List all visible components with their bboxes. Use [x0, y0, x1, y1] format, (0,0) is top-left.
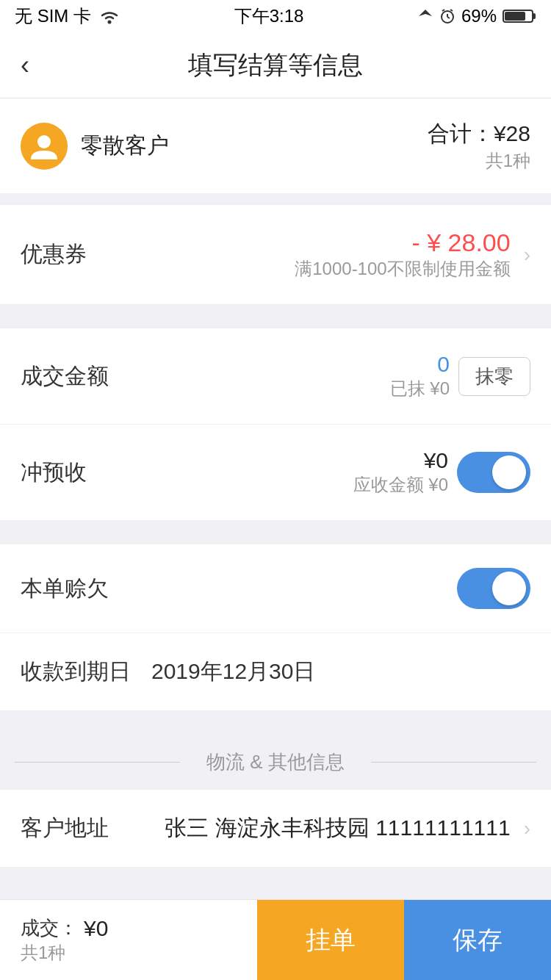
due-date-label: 收款到期日 — [21, 657, 131, 687]
coupon-row[interactable]: 优惠券 - ¥ 28.00 满1000-100不限制使用金额 › — [0, 205, 551, 305]
alarm-icon — [439, 8, 455, 24]
total-amount: 合计：¥28 — [428, 119, 530, 149]
deal-amount-right: 0 已抹 ¥0 抹零 — [390, 352, 530, 400]
due-date-value: 2019年12月30日 — [151, 657, 315, 687]
prepaid-label: 冲预收 — [21, 458, 87, 488]
coupon-right: - ¥ 28.00 满1000-100不限制使用金额 › — [295, 228, 530, 281]
logistics-header: 物流 & 其他信息 — [0, 735, 551, 790]
coupon-value-col: - ¥ 28.00 满1000-100不限制使用金额 — [295, 228, 510, 281]
address-card: 客户地址 张三 海淀永丰科技园 11111111111 › — [0, 790, 551, 868]
location-icon — [417, 8, 433, 24]
credit-toggle-knob — [492, 572, 526, 605]
deal-amount-label: 成交金额 — [21, 361, 109, 392]
prepaid-col: ¥0 应收金额 ¥0 — [353, 448, 448, 497]
customer-left: 零散客户 — [21, 123, 169, 170]
svg-rect-8 — [505, 12, 525, 21]
wifi-icon — [98, 8, 120, 24]
address-value: 张三 海淀永丰科技园 11111111111 — [165, 813, 510, 843]
credit-toggle[interactable] — [457, 568, 530, 609]
sep2 — [0, 533, 551, 544]
deal-prepaid-card: 成交金额 0 已抹 ¥0 抹零 冲预收 ¥0 应收金额 ¥0 — [0, 328, 551, 521]
address-right: 张三 海淀永丰科技园 11111111111 › — [165, 813, 530, 843]
bottom-count: 共1种 — [21, 941, 237, 965]
svg-rect-7 — [533, 13, 536, 19]
address-chevron: › — [524, 817, 530, 840]
save-button[interactable]: 保存 — [404, 900, 551, 981]
deal-amount-value: 0 — [437, 352, 450, 377]
coupon-label: 优惠券 — [21, 239, 87, 270]
logistics-line-left — [15, 762, 180, 763]
address-label: 客户地址 — [21, 813, 109, 843]
hang-button[interactable]: 挂单 — [257, 900, 404, 981]
prepaid-row: 冲预收 ¥0 应收金额 ¥0 — [0, 425, 551, 521]
customer-name: 零散客户 — [81, 131, 169, 161]
round-off-button[interactable]: 抹零 — [458, 357, 530, 396]
svg-point-0 — [108, 21, 112, 24]
battery-text: 69% — [461, 6, 497, 26]
no-sim-text: 无 SIM 卡 — [15, 4, 91, 28]
deal-amount-row: 成交金额 0 已抹 ¥0 抹零 — [0, 328, 551, 425]
address-row[interactable]: 客户地址 张三 海淀永丰科技园 11111111111 › — [0, 790, 551, 868]
status-right: 69% — [417, 6, 536, 26]
bottom-bar: 成交： ¥0 共1种 挂单 保存 — [0, 899, 551, 980]
prepaid-right: ¥0 应收金额 ¥0 — [353, 448, 530, 497]
credit-row: 本单赊欠 — [0, 544, 551, 633]
nav-bar: ‹ 填写结算等信息 — [0, 32, 551, 98]
due-date-row: 收款到期日 2019年12月30日 — [0, 633, 551, 711]
status-bar: 无 SIM 卡 下午3:18 69% — [0, 0, 551, 32]
credit-card: 本单赊欠 收款到期日 2019年12月30日 — [0, 544, 551, 711]
battery-icon — [503, 8, 536, 24]
coupon-value: - ¥ 28.00 — [411, 228, 510, 257]
svg-line-4 — [442, 10, 444, 11]
prepaid-value: ¥0 — [424, 448, 448, 473]
save-label: 保存 — [453, 923, 503, 957]
sep1 — [0, 317, 551, 328]
sep3 — [0, 723, 551, 735]
svg-line-3 — [447, 17, 450, 18]
back-button[interactable]: ‹ — [21, 50, 29, 81]
credit-right — [457, 568, 530, 609]
status-time: 下午3:18 — [234, 4, 304, 28]
hang-label: 挂单 — [306, 923, 356, 957]
bottom-deal-amount: ¥0 — [84, 916, 108, 941]
customer-row: 零散客户 合计：¥28 共1种 — [0, 98, 551, 193]
bottom-deal-label: 成交： — [21, 915, 78, 941]
credit-label: 本单赊欠 — [21, 574, 109, 604]
svg-point-9 — [37, 135, 51, 148]
deal-amount-sub: 已抹 ¥0 — [390, 377, 450, 400]
prepaid-sub: 应收金额 ¥0 — [353, 473, 448, 497]
coupon-sub: 满1000-100不限制使用金额 — [295, 257, 510, 281]
user-icon — [28, 130, 60, 162]
deal-amount-col: 0 已抹 ¥0 — [390, 352, 450, 400]
customer-total: 合计：¥28 共1种 — [428, 119, 530, 173]
total-count: 共1种 — [428, 149, 530, 173]
coupon-chevron: › — [524, 243, 530, 267]
svg-line-5 — [450, 10, 453, 11]
prepaid-toggle[interactable] — [457, 452, 530, 493]
logistics-label: 物流 & 其他信息 — [206, 749, 345, 775]
avatar — [21, 123, 68, 170]
bottom-deal: 成交： ¥0 — [21, 915, 237, 941]
status-left: 无 SIM 卡 — [15, 4, 120, 28]
coupon-card: 优惠券 - ¥ 28.00 满1000-100不限制使用金额 › — [0, 205, 551, 305]
nav-title: 填写结算等信息 — [188, 48, 363, 82]
logistics-line-right — [371, 762, 536, 763]
bottom-info: 成交： ¥0 共1种 — [0, 915, 257, 965]
toggle-knob — [492, 455, 526, 489]
